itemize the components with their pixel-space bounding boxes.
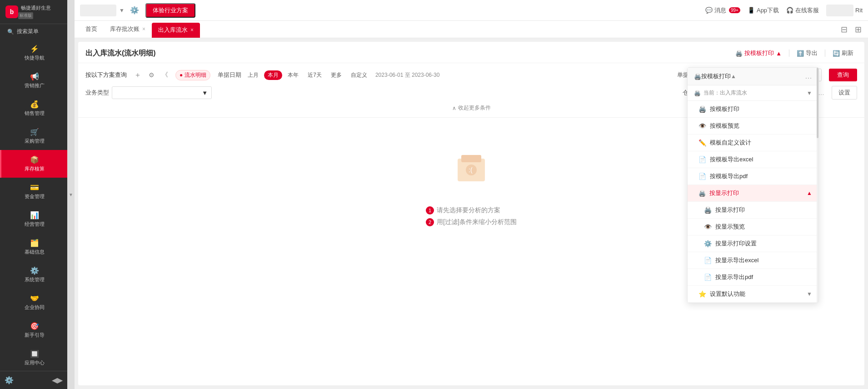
sidebar-item-quick-nav[interactable]: ⚡ 快捷导航 bbox=[0, 39, 67, 67]
logo-icon: b bbox=[5, 5, 18, 18]
dropdown-item-display-print[interactable]: 🖨️ 按显示打印 bbox=[688, 202, 818, 219]
tab-flow-close[interactable]: × bbox=[190, 27, 194, 33]
date-current-month-btn[interactable]: 本月 bbox=[264, 70, 282, 80]
setup-button[interactable]: 设置 bbox=[832, 86, 857, 100]
warehouse-more-icon[interactable]: … bbox=[818, 89, 824, 96]
dropdown-scrollbar[interactable] bbox=[817, 68, 818, 303]
template-custom-icon: ✏️ bbox=[698, 139, 706, 146]
search-menu[interactable]: 🔍 搜索菜单 bbox=[0, 24, 67, 39]
dropdown-item-label: 按显示打印 bbox=[715, 206, 745, 214]
filter-active-tag[interactable]: ● 流水明细 bbox=[175, 70, 210, 80]
dropdown-more-icon[interactable]: … bbox=[805, 72, 812, 80]
step-2-num: 2 bbox=[426, 218, 434, 226]
date-custom-btn[interactable]: 自定义 bbox=[347, 70, 371, 80]
username-label: Rit bbox=[855, 7, 863, 14]
sidebar-item-guide[interactable]: 🎯 新手引导 bbox=[0, 316, 67, 344]
filter-collapse-icon[interactable]: 《 bbox=[162, 71, 168, 79]
dropdown-item-display-pdf[interactable]: 📄 按显示导出pdf bbox=[688, 269, 818, 286]
tab-flow[interactable]: 出入库流水 × bbox=[152, 23, 200, 38]
date-more-btn[interactable]: 更多 bbox=[327, 70, 345, 80]
date-current-year-btn[interactable]: 本年 bbox=[284, 70, 302, 80]
display-print-header-icon: 🖨️ bbox=[698, 190, 706, 197]
refresh-label: 刷新 bbox=[842, 49, 853, 57]
sidebar-item-purchase[interactable]: 🛒 采购管理 bbox=[0, 122, 67, 150]
sidebar-item-label: 企业协同 bbox=[25, 304, 45, 311]
dropdown-item-template-excel[interactable]: 📄 按模板导出excel bbox=[688, 151, 818, 168]
user-profile[interactable]: Rit bbox=[826, 5, 863, 16]
step-1-num: 1 bbox=[426, 206, 434, 214]
tab-minimize-icon[interactable]: ⊟ bbox=[839, 25, 849, 35]
collapse-label: 收起更多条件 bbox=[458, 104, 491, 112]
dropdown-item-template-preview[interactable]: 👁️ 按模板预览 bbox=[688, 118, 818, 135]
dropdown-item-set-default[interactable]: ⭐ 设置默认功能 ▼ bbox=[688, 286, 818, 303]
collapse-sidebar-icon[interactable]: ◀▶ bbox=[52, 376, 63, 384]
user-selector[interactable]: ▼ bbox=[80, 5, 125, 16]
biz-type-arrow: ▼ bbox=[202, 90, 208, 96]
filter-search-label: 按以下方案查询 bbox=[85, 71, 127, 79]
print-template-btn[interactable]: 🖨️ 按模板打印 ▲ bbox=[732, 47, 785, 59]
dropdown-item-display-excel[interactable]: 📄 按显示导出excel bbox=[688, 252, 818, 269]
online-service-button[interactable]: 🎧 在线客服 bbox=[786, 6, 819, 15]
empty-steps-list: 1 请先选择要分析的方案 2 用[过滤]条件来缩小分析范围 bbox=[426, 206, 517, 230]
settings-icon[interactable]: ⚙️ bbox=[5, 376, 14, 384]
message-badge: 99+ bbox=[729, 7, 740, 13]
sidebar-item-label: 应用中心 bbox=[25, 359, 45, 366]
message-label: 消息 bbox=[714, 6, 726, 15]
current-arrow[interactable]: ▼ bbox=[807, 90, 812, 96]
date-last-7-days-btn[interactable]: 近7天 bbox=[304, 70, 325, 80]
dropdown-item-template-custom[interactable]: ✏️ 模板自定义设计 bbox=[688, 135, 818, 151]
dropdown-header-arrow[interactable]: ▲ bbox=[731, 73, 736, 80]
date-options-group: 上月 本月 本年 近7天 更多 自定义 bbox=[244, 70, 371, 80]
filter-add-icon[interactable]: ＋ bbox=[134, 70, 141, 80]
main-area: ▼ ⚙️ 体验行业方案 💬 消息 99+ 📱 App下载 🎧 在线客服 Rit bbox=[75, 0, 868, 389]
sidebar-item-label: 库存核算 bbox=[25, 165, 45, 172]
sidebar-scroll[interactable]: ▼ bbox=[67, 0, 75, 389]
sidebar-item-sales[interactable]: 💰 销售管理 bbox=[0, 95, 67, 122]
tab-batch-close[interactable]: × bbox=[142, 26, 145, 32]
query-button[interactable]: 查询 bbox=[829, 69, 857, 81]
page-actions: 🖨️ 按模板打印 ▲ ⬆️ 导出 🔄 刷新 bbox=[732, 47, 857, 59]
sidebar-item-marketing[interactable]: 📢 营销推广 bbox=[0, 67, 67, 95]
sidebar-item-system[interactable]: ⚙️ 系统管理 bbox=[0, 261, 67, 289]
trial-button[interactable]: 体验行业方案 bbox=[145, 3, 195, 18]
dropdown-display-print-header[interactable]: 🖨️ 按显示打印 ▲ bbox=[688, 185, 818, 202]
sidebar-item-label: 销售管理 bbox=[25, 110, 45, 117]
tab-batch[interactable]: 库存批次账 × bbox=[104, 21, 152, 38]
dropdown-item-label: 按显示预览 bbox=[715, 223, 745, 231]
export-btn[interactable]: ⬆️ 导出 bbox=[793, 47, 821, 59]
refresh-btn[interactable]: 🔄 刷新 bbox=[829, 47, 857, 59]
dropdown-item-display-settings[interactable]: ⚙️ 按显示打印设置 bbox=[688, 235, 818, 252]
tab-bar: 首页 库存批次账 × 出入库流水 × ⊟ ⊞ bbox=[75, 21, 868, 38]
set-default-icon: ⭐ bbox=[698, 290, 706, 298]
tab-maximize-icon[interactable]: ⊞ bbox=[853, 25, 863, 35]
display-print-header-label: 按显示打印 bbox=[709, 189, 739, 197]
sidebar-item-basic[interactable]: 🗂️ 基础信息 bbox=[0, 233, 67, 261]
sidebar-item-operation[interactable]: 📊 经营管理 bbox=[0, 205, 67, 233]
sidebar-item-inventory[interactable]: 📦 库存核算 bbox=[0, 150, 67, 178]
dropdown-item-print-template[interactable]: 🖨️ 按模板打印 bbox=[688, 101, 818, 118]
system-icon: ⚙️ bbox=[30, 266, 39, 275]
sidebar-item-label: 系统管理 bbox=[25, 276, 45, 283]
set-default-arrow[interactable]: ▼ bbox=[807, 291, 812, 297]
dropdown-header: 🖨️ 按模板打印 ▲ … bbox=[688, 68, 818, 85]
biz-type-select[interactable]: ▼ bbox=[112, 86, 212, 99]
tab-home[interactable]: 首页 bbox=[79, 21, 104, 38]
sidebar-item-app-center[interactable]: 🔲 应用中心 bbox=[0, 344, 67, 371]
dropdown-item-label: 按显示导出pdf bbox=[715, 273, 753, 281]
print-template-label: 按模板打印 bbox=[744, 49, 774, 57]
app-download-button[interactable]: 📱 App下载 bbox=[748, 6, 779, 15]
page-content: 出入库流水(流水明细) 🖨️ 按模板打印 ▲ ⬆️ 导出 🔄 刷新 bbox=[78, 42, 864, 385]
topbar-gear-icon[interactable]: ⚙️ bbox=[130, 6, 139, 15]
dropdown-item-template-pdf[interactable]: 📄 按模板导出pdf bbox=[688, 168, 818, 185]
sidebar-item-label: 采购管理 bbox=[25, 138, 45, 145]
dropdown-item-display-preview[interactable]: 👁️ 按显示预览 bbox=[688, 219, 818, 235]
date-last-month-btn[interactable]: 上月 bbox=[244, 70, 262, 80]
sidebar-item-finance[interactable]: 💳 资金管理 bbox=[0, 178, 67, 205]
sidebar-item-collab[interactable]: 🤝 企业协同 bbox=[0, 289, 67, 316]
action-separator-1 bbox=[789, 50, 789, 57]
message-button[interactable]: 💬 消息 99+ bbox=[705, 6, 740, 15]
print-icon-header: 🖨️ bbox=[694, 73, 701, 80]
filter-settings-icon[interactable]: ⚙ bbox=[149, 71, 155, 79]
service-icon: 🎧 bbox=[786, 7, 793, 14]
user-dropdown-arrow[interactable]: ▼ bbox=[119, 7, 125, 14]
